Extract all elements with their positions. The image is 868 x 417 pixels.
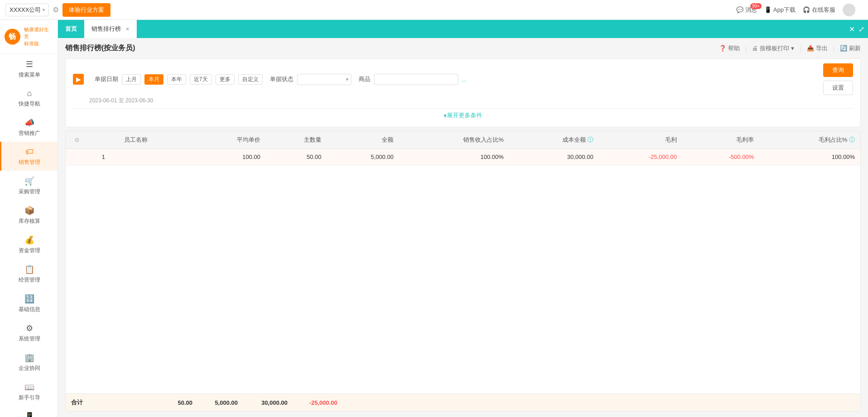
system-icon: ⚙	[26, 323, 33, 333]
online-service-button[interactable]: 🎧 在线客服	[803, 6, 835, 14]
tab-expand-icon[interactable]: ⤢	[858, 25, 864, 34]
page-actions: ❓ 帮助 | 🖨 按模板打印 ▾ | 📤 导出 |	[719, 44, 861, 53]
period-btn-more[interactable]: 更多	[216, 74, 235, 85]
date-label: 单据日期	[95, 75, 118, 83]
col-header-sales-pct: 销售收入占比%	[399, 131, 509, 149]
cell-quantity: 50.00	[266, 149, 327, 165]
page-header: 销售排行榜(按业务员) ❓ 帮助 | 🖨 按模板打印 ▾ | 📤	[65, 43, 861, 53]
status-label: 单据状态	[270, 75, 293, 83]
marketing-icon: 📣	[24, 118, 34, 128]
query-button[interactable]: 查询	[823, 63, 853, 77]
sidebar-item-shortcut[interactable]: ⌂ 快捷导航	[0, 83, 58, 112]
col-header-gross-profit: 毛利	[599, 131, 682, 149]
status-select[interactable]	[297, 74, 351, 85]
logo-icon: 畅	[5, 29, 20, 45]
footer-cost: 30,000.00	[243, 399, 293, 406]
sidebar-item-guide[interactable]: 📖 新手引导	[0, 377, 58, 406]
sidebar-item-basic[interactable]: 🔢 基础信息	[0, 288, 58, 318]
company-name: XXXXX公司	[10, 6, 41, 14]
message-icon: 💬	[736, 6, 743, 13]
table-header-row: ⚙ 员工名称 平均单价 主数量 全额 销售收入占比% 成本全额 ⓘ 毛利 毛利率	[66, 131, 860, 149]
expand-icon: ▾	[444, 112, 447, 119]
settings-icon[interactable]: ⚙	[53, 5, 59, 14]
footer-cells: 50.00 5,000.00 30,000.00 -25,000.00	[162, 399, 855, 406]
setting-button[interactable]: 设置	[823, 81, 853, 95]
tab-close-all-icon[interactable]: ✕	[849, 25, 855, 34]
sidebar-label-purchase: 采购管理	[19, 188, 40, 196]
help-icon: ❓	[719, 45, 726, 52]
refresh-button[interactable]: 🔄 刷新	[840, 44, 861, 53]
col-header-employee: 员工名称	[119, 131, 192, 149]
sidebar-label-guide: 新手引导	[19, 394, 40, 402]
tab-sales-rank[interactable]: 销售排行榜 ✕	[84, 20, 137, 38]
content-area: 首页 销售排行榜 ✕ ✕ ⤢ 销售排行榜(按业务员) ❓ 帮助	[58, 20, 868, 417]
tab-bar: 首页 销售排行榜 ✕ ✕ ⤢	[58, 20, 868, 38]
message-badge: 99+	[750, 3, 762, 9]
appcenter-icon: 📱	[24, 412, 34, 417]
sidebar-item-operations[interactable]: 📋 经营管理	[0, 259, 58, 288]
sidebar-item-appcenter[interactable]: 📱 应用中心	[0, 406, 58, 417]
finance-icon: 💰	[24, 235, 34, 245]
col-header-settings[interactable]: ⚙	[66, 131, 88, 149]
top-bar-left: XXXXX公司 ▾ ⚙ 体验行业方案	[5, 3, 110, 17]
goods-input[interactable]	[374, 74, 458, 85]
sidebar-item-inventory[interactable]: 📦 库存核算	[0, 200, 58, 230]
sidebar-item-finance[interactable]: 💰 资金管理	[0, 230, 58, 259]
tab-close-icon[interactable]: ✕	[125, 26, 129, 32]
sidebar-item-purchase[interactable]: 🛒 采购管理	[0, 171, 58, 200]
divider3: |	[833, 45, 834, 52]
export-icon: 📤	[807, 45, 814, 52]
export-button[interactable]: 📤 导出	[807, 44, 828, 53]
cell-gross-pct: 100.00%	[759, 149, 860, 165]
company-selector[interactable]: XXXXX公司 ▾	[5, 4, 49, 16]
app-icon: 📱	[764, 6, 772, 13]
period-btn-this-year[interactable]: 本年	[167, 74, 186, 85]
page-title: 销售排行榜(按业务员)	[65, 43, 135, 53]
col-header-avg-price: 平均单价	[192, 131, 266, 149]
cell-employee	[119, 149, 192, 165]
gross-pct-info-icon[interactable]: ⓘ	[849, 136, 855, 143]
cost-info-icon[interactable]: ⓘ	[587, 136, 593, 143]
date-range: 2023-06-01 至 2023-06-30	[89, 97, 153, 104]
col-header-amount: 全额	[327, 131, 399, 149]
home-icon: ⌂	[27, 89, 32, 98]
sidebar-label-basic: 基础信息	[19, 306, 40, 313]
period-btn-custom[interactable]: 自定义	[238, 74, 263, 85]
period-btn-this-month[interactable]: 本月	[144, 74, 163, 85]
status-select-wrap	[297, 74, 351, 85]
inventory-icon: 📦	[24, 206, 34, 216]
message-button[interactable]: 💬 消息 99+	[736, 6, 757, 14]
period-btn-prev-month[interactable]: 上月	[122, 74, 141, 85]
page-content: 销售排行榜(按业务员) ❓ 帮助 | 🖨 按模板打印 ▾ | 📤	[58, 38, 868, 417]
table-container: ⚙ 员工名称 平均单价 主数量 全额 销售收入占比% 成本全额 ⓘ 毛利 毛利率	[66, 131, 860, 393]
footer-gross-profit: -25,000.00	[293, 399, 343, 406]
template-print-button[interactable]: 🖨 按模板打印 ▾	[752, 44, 794, 53]
enterprise-icon: 🏢	[24, 353, 34, 363]
tab-home[interactable]: 首页	[58, 20, 84, 38]
sidebar-item-enterprise[interactable]: 🏢 企业协同	[0, 347, 58, 377]
collapse-arrow[interactable]: ▶	[73, 74, 84, 85]
app-download-button[interactable]: 📱 App下载	[764, 6, 796, 14]
sidebar-label-enterprise: 企业协同	[19, 364, 40, 372]
service-label: 在线客服	[812, 6, 835, 14]
sidebar-label-search: 搜索菜单	[19, 71, 40, 79]
refresh-icon: 🔄	[840, 45, 847, 52]
col-header-gross-pct: 毛利占比% ⓘ	[759, 131, 860, 149]
footer-label: 合计	[71, 398, 162, 407]
goods-more-btn[interactable]: ...	[462, 76, 467, 83]
filter-row-main: ▶ 单据日期 上月 本月 本年 近7天 更多 自定义 单据状态	[73, 63, 853, 95]
date-filter: 单据日期 上月 本月 本年 近7天 更多 自定义	[95, 74, 263, 85]
svg-text:畅: 畅	[9, 33, 16, 40]
sidebar: 畅 畅康通好生意 标准版 ☰ 搜索菜单 ⌂ 快捷导航 📣 营销推广 🏷 销售管理…	[0, 20, 58, 417]
sidebar-item-system[interactable]: ⚙ 系统管理	[0, 318, 58, 347]
col-header-gross-rate: 毛利率	[682, 131, 759, 149]
expand-conditions-button[interactable]: ▾ 展开更多条件	[73, 108, 853, 122]
period-btn-7days[interactable]: 近7天	[190, 74, 212, 85]
avatar[interactable]	[843, 4, 855, 16]
operations-icon: 📋	[24, 264, 34, 274]
sidebar-item-search-order[interactable]: ☰ 搜索菜单	[0, 54, 58, 83]
help-button[interactable]: ❓ 帮助	[719, 44, 740, 53]
sidebar-item-sales[interactable]: 🏷 销售管理	[0, 142, 58, 171]
trial-button[interactable]: 体验行业方案	[62, 3, 110, 17]
sidebar-item-marketing[interactable]: 📣 营销推广	[0, 112, 58, 142]
